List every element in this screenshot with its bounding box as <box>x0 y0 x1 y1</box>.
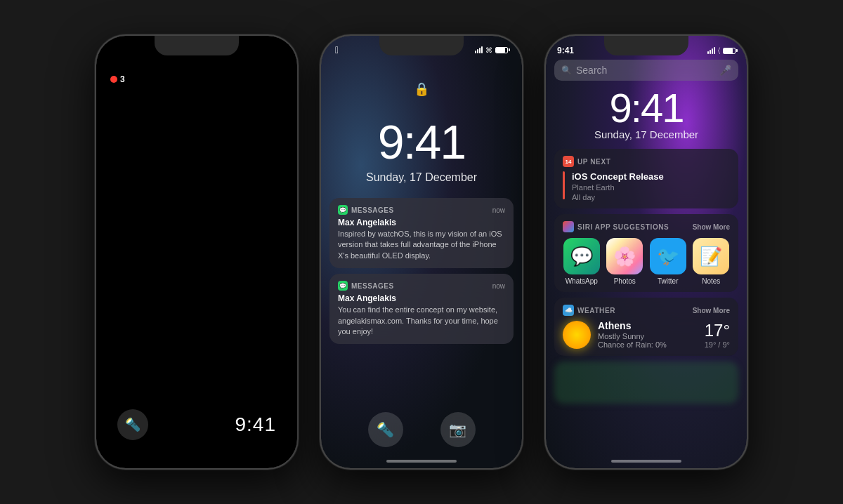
calendar-bar <box>563 171 565 199</box>
photos-symbol: 🌸 <box>613 246 636 267</box>
weather-title-row: ☁️ WEATHER <box>563 305 615 316</box>
lock-bottom: 🔦 📷 <box>321 412 522 447</box>
calendar-title-row: 14 UP NEXT <box>563 156 610 167</box>
weather-widget: ☁️ WEATHER Show More Athens Mostly Sunny… <box>554 298 738 356</box>
messages-icon: 💬 <box>338 205 348 215</box>
notif-2-sender: Max Angelakis <box>338 293 505 303</box>
calendar-event-sub2: All day <box>572 193 664 201</box>
whatsapp-icon[interactable]: 💬 <box>563 238 600 274</box>
weather-rain: Chance of Rain: 0% <box>598 340 667 349</box>
today-status-icons: 〈 <box>707 46 736 55</box>
whatsapp-label: WhatsApp <box>566 277 598 285</box>
lock-camera-button[interactable]: 📷 <box>440 412 476 447</box>
calendar-icon: 14 <box>563 156 574 167</box>
notif-2-time: now <box>492 282 505 290</box>
today-wifi-icon: 〈 <box>718 46 720 55</box>
home-indicator <box>386 460 457 463</box>
app-whatsapp[interactable]: 💬 WhatsApp <box>563 238 601 285</box>
lock-icon: 🔒 <box>414 82 429 96</box>
search-bar[interactable]: 🔍 Search 🎤 <box>554 60 738 81</box>
notif-2-body: You can find the entire concept on my we… <box>338 305 505 337</box>
notif-1-time: now <box>492 206 505 214</box>
today-signal-icon <box>707 47 715 54</box>
notif-1-body: Inspired by watchOS, this is my vision o… <box>338 229 505 261</box>
weather-label: WEATHER <box>577 307 615 314</box>
phone-3-frame: 9:41 〈 🔍 Search <box>544 34 748 470</box>
notification-count: 3 <box>120 74 125 84</box>
bottom-apps-blur <box>554 362 738 404</box>
calendar-event-sub1: Planet Earth <box>572 183 664 192</box>
today-battery-icon <box>723 48 736 54</box>
apple-logo:  <box>335 44 339 55</box>
today-time: 9:41 <box>546 88 747 128</box>
photos-label: Photos <box>614 277 636 285</box>
today-date: Sunday, 17 December <box>546 128 747 140</box>
photos-icon[interactable]: 🌸 <box>606 238 643 274</box>
notif-1-header: 💬 MESSAGES now <box>338 205 505 215</box>
status-icons: ⌘ <box>475 46 508 54</box>
notes-icon[interactable]: 📝 <box>693 238 729 274</box>
calendar-widget: 14 UP NEXT iOS Concept Release Planet Ea… <box>554 149 738 208</box>
phone-2-frame:  ⌘ 🔒 9:41 <box>320 34 523 470</box>
wifi-icon: ⌘ <box>485 46 492 54</box>
notif-2-app: 💬 MESSAGES <box>338 281 394 291</box>
siri-show-more[interactable]: Show More <box>693 223 730 231</box>
notif-1-app: 💬 MESSAGES <box>338 205 394 215</box>
mic-icon[interactable]: 🎤 <box>719 65 731 76</box>
lock-date: Sunday, 17 December <box>366 171 477 184</box>
lock-torch-button[interactable]: 🔦 <box>368 412 403 447</box>
today-status-time: 9:41 <box>557 46 574 55</box>
app-notes[interactable]: 📝 Notes <box>693 238 731 285</box>
notification-2[interactable]: 💬 MESSAGES now Max Angelakis You can fin… <box>329 274 514 344</box>
status-bar: 3 <box>110 74 283 84</box>
today-home-indicator <box>611 460 681 463</box>
weather-show-more[interactable]: Show More <box>693 307 730 314</box>
lock-status-bar:  ⌘ <box>335 44 508 55</box>
weather-main: Athens Mostly Sunny Chance of Rain: 0% 1… <box>563 320 730 349</box>
app-photos[interactable]: 🌸 Photos <box>606 238 644 285</box>
notif-2-app-name: MESSAGES <box>351 282 394 290</box>
bottom-row: 🔦 9:41 <box>110 409 283 440</box>
siri-widget-header: SIRI APP SUGGESTIONS Show More <box>563 221 730 232</box>
notif-1-sender: Max Angelakis <box>338 218 505 227</box>
twitter-symbol: 🐦 <box>657 246 679 267</box>
weather-widget-icon: ☁️ <box>563 305 574 316</box>
calendar-label: UP NEXT <box>577 158 610 166</box>
lock-camera-icon: 📷 <box>449 421 466 438</box>
weather-description: Mostly Sunny <box>598 332 667 340</box>
phone-1-screen: 3 🔦 9:41 <box>96 36 297 468</box>
weather-info: Athens Mostly Sunny Chance of Rain: 0% <box>598 320 667 349</box>
weather-city: Athens <box>598 320 667 331</box>
notification-1[interactable]: 💬 MESSAGES now Max Angelakis Inspired by… <box>329 198 514 268</box>
search-input[interactable]: Search <box>576 65 715 76</box>
notifications-area: 💬 MESSAGES now Max Angelakis Inspired by… <box>321 198 522 344</box>
siri-widget: SIRI APP SUGGESTIONS Show More 💬 WhatsAp… <box>554 214 738 292</box>
calendar-widget-header: 14 UP NEXT <box>563 156 730 167</box>
lock-screen:  ⌘ 🔒 9:41 <box>321 36 522 468</box>
notes-label: Notes <box>702 277 720 285</box>
weather-widget-header: ☁️ WEATHER Show More <box>563 305 730 316</box>
siri-title-row: SIRI APP SUGGESTIONS <box>563 221 669 232</box>
siri-icon <box>563 221 574 232</box>
torch-button[interactable]: 🔦 <box>117 409 148 440</box>
signal-icon <box>475 46 483 53</box>
phone-2-screen:  ⌘ 🔒 9:41 <box>321 36 522 468</box>
lock-torch-icon: 🔦 <box>377 421 394 438</box>
black-screen: 3 🔦 9:41 <box>96 36 297 468</box>
today-screen: 9:41 〈 🔍 Search <box>546 36 747 468</box>
phone-3-screen: 9:41 〈 🔍 Search <box>546 36 747 468</box>
recording-dot <box>110 76 117 83</box>
siri-apps-row: 💬 WhatsApp 🌸 Photos 🐦 Tw <box>563 238 730 285</box>
today-status-bar: 9:41 〈 <box>546 36 747 60</box>
app-twitter[interactable]: 🐦 Twitter <box>649 238 687 285</box>
search-icon: 🔍 <box>561 65 572 75</box>
twitter-icon[interactable]: 🐦 <box>650 238 686 274</box>
weather-temp-range: 19° / 9° <box>705 340 730 349</box>
torch-icon: 🔦 <box>125 417 140 432</box>
phone-1-frame: 3 🔦 9:41 <box>95 34 299 470</box>
weather-temp: 17° 19° / 9° <box>705 321 730 349</box>
weather-temp-main: 17° <box>705 321 730 340</box>
twitter-label: Twitter <box>658 277 678 285</box>
notes-symbol: 📝 <box>700 246 722 267</box>
siri-label: SIRI APP SUGGESTIONS <box>577 223 669 231</box>
